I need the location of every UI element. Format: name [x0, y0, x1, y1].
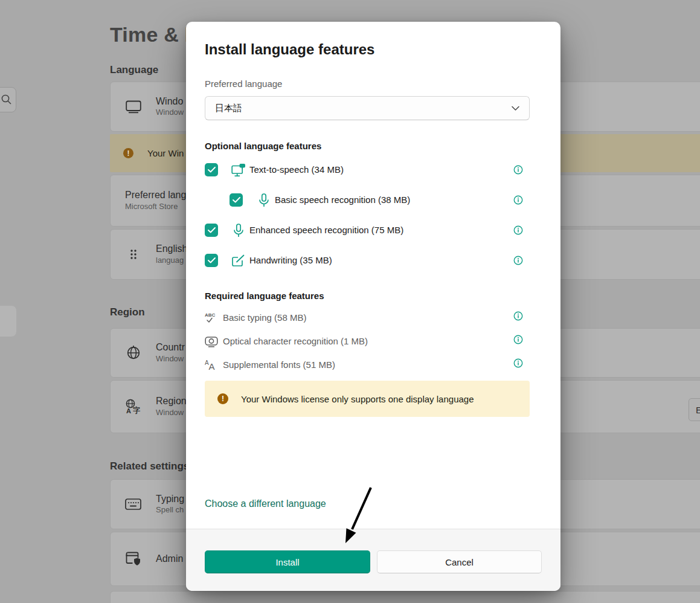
preferred-language-dropdown[interactable]: 日本語 [205, 96, 530, 120]
nav-collapsed-tile[interactable] [0, 306, 16, 337]
card-partial-bottom[interactable] [110, 591, 700, 603]
search-icon [1, 94, 12, 105]
checkmark-icon [233, 197, 240, 203]
card-subtitle: Window [156, 408, 187, 418]
drag-handle-icon [125, 248, 141, 260]
preferred-language-label: Preferred language [205, 79, 282, 89]
feature-label: Basic typing (58 MB) [223, 312, 306, 323]
info-icon[interactable] [513, 195, 523, 205]
feature-label: Text-to-speech (34 MB) [249, 164, 344, 175]
card-title: Windo [156, 95, 184, 108]
required-row-basic-typing: ABC Basic typing (58 MB) [205, 311, 530, 326]
info-icon[interactable] [513, 256, 523, 265]
region-section-heading: Region [110, 306, 145, 318]
checkbox-enhanced-speech[interactable] [205, 224, 218, 237]
feature-label: Supplemental fonts (51 MB) [223, 360, 335, 370]
card-title: Region [156, 395, 187, 408]
dialog-footer: Install Cancel [186, 529, 560, 591]
keyboard-icon [125, 498, 141, 510]
card-title: English [156, 243, 187, 256]
license-warning-box: ! Your Windows license only supports one… [205, 381, 530, 417]
install-button[interactable]: Install [205, 550, 370, 573]
warning-text: Your Win [147, 148, 184, 158]
svg-text:A: A [126, 407, 131, 414]
svg-text:A: A [209, 361, 215, 372]
edit-button[interactable]: E [689, 398, 700, 421]
info-icon[interactable] [513, 311, 523, 321]
feature-row-enhanced-speech: Enhanced speech recognition (75 MB) [205, 222, 530, 243]
warning-icon: ! [217, 393, 228, 404]
required-row-ocr: Optical character recognition (1 MB) [205, 334, 530, 350]
language-section-heading: Language [110, 64, 158, 76]
card-title: Preferred lang [125, 189, 186, 202]
handwriting-icon [231, 254, 246, 268]
warning-icon: ! [123, 148, 133, 158]
feature-row-text-to-speech: Text-to-speech (34 MB) [205, 161, 530, 183]
card-subtitle: Microsoft Store [125, 202, 186, 212]
regional-format-icon: A 字 [125, 399, 141, 414]
feature-label: Optical character recognition (1 MB) [223, 336, 368, 346]
microphone-icon [231, 224, 246, 238]
card-subtitle: Window [156, 108, 184, 118]
page-title: Time & l [110, 23, 190, 47]
selected-language-value: 日本語 [215, 103, 242, 114]
choose-different-language-link[interactable]: Choose a different language [205, 498, 326, 509]
feature-row-handwriting: Handwriting (35 MB) [205, 252, 530, 274]
feature-label: Enhanced speech recognition (75 MB) [249, 225, 403, 235]
feature-label: Basic speech recognition (38 MB) [275, 195, 410, 205]
card-subtitle: Window [156, 354, 185, 364]
checkmark-icon [208, 167, 216, 173]
related-settings-heading: Related settings [110, 460, 189, 472]
card-subtitle: Spell ch [156, 505, 184, 515]
install-language-features-dialog: Install language features Preferred lang… [186, 22, 560, 591]
svg-text:ABC: ABC [205, 312, 216, 318]
globe-icon [125, 345, 141, 361]
svg-text:字: 字 [133, 406, 140, 414]
checkbox-basic-speech[interactable] [230, 193, 243, 207]
info-icon[interactable] [513, 335, 523, 344]
cancel-button[interactable]: Cancel [377, 550, 542, 573]
feature-label: Handwriting (35 MB) [249, 255, 332, 265]
checkbox-text-to-speech[interactable] [205, 163, 218, 176]
info-icon[interactable] [513, 358, 523, 368]
ocr-icon [205, 335, 218, 349]
optional-features-heading: Optional language features [205, 141, 321, 151]
chevron-down-icon [512, 106, 519, 111]
checkbox-handwriting[interactable] [205, 254, 218, 267]
basic-typing-icon: ABC [205, 311, 218, 326]
license-warning-text: Your Windows license only supports one d… [241, 394, 474, 404]
checkmark-icon [208, 257, 216, 263]
info-icon[interactable] [513, 225, 523, 235]
supplemental-fonts-icon: A A [205, 358, 218, 373]
text-to-speech-icon [231, 163, 246, 178]
card-subtitle: languag [156, 256, 187, 266]
microphone-icon [257, 193, 271, 208]
dialog-title: Install language features [205, 41, 374, 58]
required-row-supplemental-fonts: A A Supplemental fonts (51 MB) [205, 358, 530, 373]
admin-shield-icon [125, 552, 141, 566]
monitor-icon [125, 100, 141, 114]
checkmark-icon [208, 227, 216, 233]
card-title: Typing [156, 493, 184, 506]
card-title: Admin [156, 553, 183, 566]
feature-row-basic-speech: Basic speech recognition (38 MB) [205, 192, 530, 213]
card-title: Countr [156, 341, 185, 354]
required-features-heading: Required language features [205, 291, 324, 301]
info-icon[interactable] [513, 165, 523, 175]
